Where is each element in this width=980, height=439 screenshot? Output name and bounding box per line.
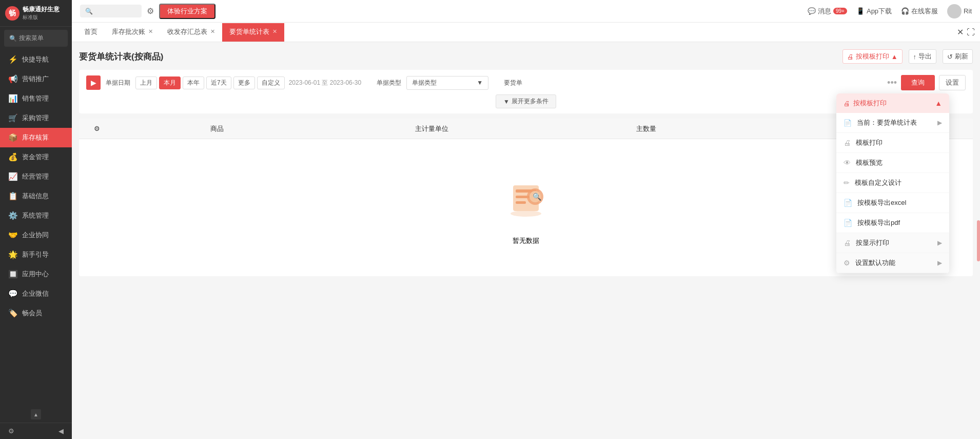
tab-receipt-close[interactable]: ✕ bbox=[210, 28, 215, 35]
sidebar-item-system[interactable]: ⚙️ 系统管理 bbox=[0, 206, 72, 225]
export-excel-icon: 📄 bbox=[844, 199, 852, 207]
sidebar-item-guide[interactable]: 🌟 新手引导 bbox=[0, 245, 72, 264]
sidebar-item-collab[interactable]: 🤝 企业协同 bbox=[0, 225, 72, 245]
settings-button[interactable]: 设置 bbox=[939, 75, 966, 90]
inventory-icon: 📦 bbox=[8, 133, 18, 142]
collapse-icon[interactable]: ◀ bbox=[58, 427, 64, 435]
tab-order-stats[interactable]: 要货单统计表 ✕ bbox=[222, 23, 284, 42]
dropdown-item-export-excel[interactable]: 📄 按模板导出excel bbox=[836, 193, 949, 213]
settings-icon[interactable]: ⚙ bbox=[8, 427, 14, 435]
custom-btn[interactable]: 自定义 bbox=[257, 77, 285, 89]
dropdown-item-default-fn[interactable]: ⚙ 设置默认功能 ▶ bbox=[836, 253, 949, 273]
expand-button[interactable]: ▼ 展开更多条件 bbox=[496, 94, 556, 108]
dropdown-item-template-custom[interactable]: ✏ 模板自定义设计 bbox=[836, 173, 949, 193]
apps-icon: 🔲 bbox=[8, 270, 18, 279]
default-fn-icon: ⚙ bbox=[844, 259, 850, 267]
sidebar-item-apps[interactable]: 🔲 应用中心 bbox=[0, 264, 72, 284]
tab-batch-account[interactable]: 库存批次账 ✕ bbox=[105, 23, 160, 42]
sidebar-item-business[interactable]: 📈 经营管理 bbox=[0, 167, 72, 186]
sidebar-item-quick-nav[interactable]: ⚡ 快捷导航 bbox=[0, 50, 72, 69]
tabbar: 首页 库存批次账 ✕ 收发存汇总表 ✕ 要货单统计表 ✕ ✕ ⛶ bbox=[72, 23, 980, 42]
sidebar-logo: 畅 畅康通好生意 标准版 bbox=[0, 0, 72, 27]
dropdown-item-current[interactable]: 📄 当前：要货单统计表 ▶ bbox=[836, 113, 949, 133]
sidebar: 畅 畅康通好生意 标准版 🔍 搜索菜单 ⚡ 快捷导航 📢 营销推广 📊 销售管理… bbox=[0, 0, 72, 439]
more-options-icon[interactable]: ••• bbox=[887, 78, 897, 88]
username: Rit bbox=[964, 7, 972, 15]
collab-icon: 🤝 bbox=[8, 231, 18, 240]
template-print-button[interactable]: 🖨 按模板打印 ▲ bbox=[842, 49, 903, 64]
sidebar-item-marketing[interactable]: 📢 营销推广 bbox=[0, 69, 72, 89]
message-button[interactable]: 💬 消息 99+ bbox=[808, 7, 847, 16]
sidebar-item-finance[interactable]: 💰 资金管理 bbox=[0, 147, 72, 167]
message-icon: 💬 bbox=[808, 7, 816, 15]
main-area: 🔍 ⚙ 体验行业方案 💬 消息 99+ 📱 App下载 🎧 在线客服 Rit bbox=[72, 0, 980, 439]
sidebar-item-label: 企业协同 bbox=[22, 231, 49, 240]
trial-button[interactable]: 体验行业方案 bbox=[159, 4, 215, 19]
user-area[interactable]: Rit bbox=[947, 4, 972, 18]
app-download-button[interactable]: 📱 App下载 bbox=[856, 7, 892, 16]
logo-icon: 畅 bbox=[5, 6, 19, 21]
type-select[interactable]: 单据类型 ▼ bbox=[406, 76, 488, 90]
refresh-button[interactable]: ↺ 刷新 bbox=[943, 49, 973, 64]
current-template-icon: 📄 bbox=[844, 119, 852, 127]
system-icon: ⚙️ bbox=[8, 211, 18, 220]
dropdown-item-display-print[interactable]: 🖨 按显示打印 ▶ bbox=[836, 233, 949, 253]
sidebar-item-label: 快捷导航 bbox=[22, 55, 49, 64]
sidebar-item-purchase[interactable]: 🛒 采购管理 bbox=[0, 108, 72, 128]
sidebar-item-member[interactable]: 🏷️ 畅会员 bbox=[0, 303, 72, 323]
filter-toggle[interactable]: ▶ bbox=[86, 75, 101, 90]
tab-home-label: 首页 bbox=[84, 27, 97, 36]
sidebar-item-inventory[interactable]: 📦 库存核算 bbox=[0, 128, 72, 147]
message-badge: 99+ bbox=[833, 8, 847, 14]
tab-expand-btn[interactable]: ⛶ bbox=[967, 28, 975, 37]
topbar-gear-icon[interactable]: ⚙ bbox=[147, 6, 154, 16]
date-buttons: 上月 本月 本年 近7天 更多 自定义 2023-06-01 至 2023-06… bbox=[135, 77, 361, 89]
sidebar-item-label: 企业微信 bbox=[22, 289, 49, 298]
sidebar-item-label: 基础信息 bbox=[22, 192, 49, 201]
sidebar-item-label: 销售管理 bbox=[22, 94, 49, 103]
this-year-btn[interactable]: 本年 bbox=[183, 77, 204, 89]
scrollbar[interactable] bbox=[977, 220, 980, 261]
last-7-btn[interactable]: 近7天 bbox=[206, 77, 231, 89]
online-service-button[interactable]: 🎧 在线客服 bbox=[901, 7, 938, 16]
app-download-label: App下载 bbox=[867, 7, 892, 16]
tab-order-close[interactable]: ✕ bbox=[272, 28, 277, 35]
dropdown-item-template-preview[interactable]: 👁 模板预览 bbox=[836, 153, 949, 173]
tab-home[interactable]: 首页 bbox=[77, 23, 105, 42]
current-arrow-icon: ▶ bbox=[937, 119, 942, 126]
dropdown-item-template-print[interactable]: 🖨 模板打印 bbox=[836, 133, 949, 153]
sidebar-item-label: 采购管理 bbox=[22, 113, 49, 123]
chevron-down-icon: ▼ bbox=[477, 79, 483, 86]
export-button[interactable]: ↑ 导出 bbox=[909, 49, 937, 64]
page-title-bar: 要货单统计表(按商品) 🖨 按模板打印 ▲ ↑ 导出 ↺ 刷新 bbox=[79, 49, 973, 64]
dropdown-header: 🖨 按模板打印 ▲ bbox=[836, 93, 949, 113]
display-print-arrow: ▶ bbox=[937, 239, 942, 246]
tab-receipt-label: 收发存汇总表 bbox=[167, 27, 207, 36]
sidebar-item-wechat[interactable]: 💬 企业微信 bbox=[0, 284, 72, 303]
dropdown-close-btn[interactable]: ▲ bbox=[935, 99, 942, 107]
tab-batch-account-close[interactable]: ✕ bbox=[148, 28, 153, 35]
sidebar-scroll-up[interactable]: ▲ bbox=[31, 409, 41, 419]
query-button[interactable]: 查询 bbox=[901, 75, 935, 90]
sidebar-item-label: 应用中心 bbox=[22, 270, 49, 279]
tab-receipt-summary[interactable]: 收发存汇总表 ✕ bbox=[160, 23, 222, 42]
basic-icon: 📋 bbox=[8, 192, 18, 201]
app-download-icon: 📱 bbox=[856, 7, 865, 15]
template-preview-label: 模板预览 bbox=[856, 158, 883, 167]
template-print-label: 按模板打印 bbox=[856, 52, 889, 61]
topbar-search[interactable]: 🔍 bbox=[80, 5, 142, 17]
sidebar-item-sales[interactable]: 📊 销售管理 bbox=[0, 89, 72, 108]
tab-close-btn[interactable]: ✕ bbox=[957, 27, 964, 37]
member-icon: 🏷️ bbox=[8, 309, 18, 318]
settings-gear-icon: ⚙ bbox=[94, 125, 100, 132]
topbar: 🔍 ⚙ 体验行业方案 💬 消息 99+ 📱 App下载 🎧 在线客服 Rit bbox=[72, 0, 980, 23]
sidebar-search[interactable]: 🔍 搜索菜单 bbox=[4, 30, 68, 47]
th-product: 商品 bbox=[110, 124, 324, 133]
dropdown-item-export-pdf[interactable]: 📄 按模板导出pdf bbox=[836, 213, 949, 233]
export-pdf-label: 按模板导出pdf bbox=[857, 218, 900, 227]
more-btn[interactable]: 更多 bbox=[233, 77, 255, 89]
th-settings[interactable]: ⚙ bbox=[84, 125, 110, 132]
last-month-btn[interactable]: 上月 bbox=[135, 77, 157, 89]
sidebar-item-basic[interactable]: 📋 基础信息 bbox=[0, 186, 72, 206]
this-month-btn[interactable]: 本月 bbox=[159, 77, 181, 89]
